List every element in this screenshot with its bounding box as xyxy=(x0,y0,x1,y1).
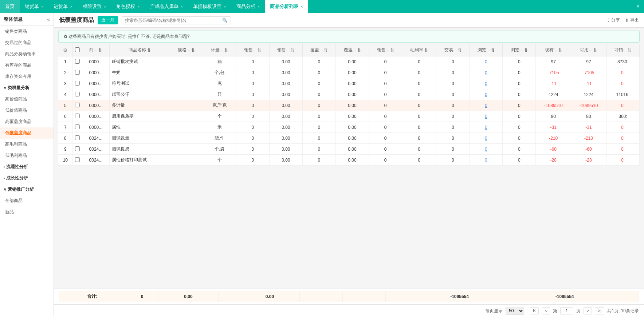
col-avail-stock-header[interactable]: 可用...⇅ xyxy=(571,44,606,56)
close-icon[interactable]: × xyxy=(70,4,72,9)
row-checkbox[interactable] xyxy=(72,100,82,111)
col-cov1-header[interactable]: 覆盖...⇅ xyxy=(302,44,335,56)
close-icon[interactable]: × xyxy=(104,4,106,9)
sidebar-item-high-value[interactable]: 高价值商品 xyxy=(0,94,54,105)
row-checkbox[interactable] xyxy=(72,111,82,122)
col-unit-header[interactable]: 计量...⇅ xyxy=(203,44,236,56)
row-checkbox[interactable] xyxy=(72,122,82,133)
nav-tab-template[interactable]: 单据模板设置 × xyxy=(188,0,231,13)
export-button[interactable]: ⬇ 导出 xyxy=(625,17,639,23)
row-checkbox[interactable] xyxy=(72,56,82,67)
row-name[interactable]: 属性价格打印测试 xyxy=(110,155,170,166)
select-all-checkbox[interactable] xyxy=(75,47,80,52)
col-settings[interactable]: ⚙ xyxy=(58,44,72,56)
sidebar-item-high-coverage[interactable]: 高覆盖度商品 xyxy=(0,116,54,127)
row-browse1[interactable]: 0 xyxy=(470,100,503,111)
page-number-input[interactable] xyxy=(560,307,573,314)
close-icon[interactable]: × xyxy=(181,4,183,9)
nav-tab-permission[interactable]: 权限设置 × xyxy=(78,0,111,13)
nav-tab-analysis-list[interactable]: 商品分析列表 × xyxy=(265,0,308,13)
col-code-header[interactable]: 商...⇅ xyxy=(82,44,109,56)
row-name[interactable]: 旺铺批次测试 xyxy=(110,56,170,67)
col-curr-stock-header[interactable]: 现有...⇅ xyxy=(536,44,571,56)
search-input[interactable] xyxy=(125,18,222,23)
row-unit: 箱 xyxy=(203,56,236,67)
sidebar-section-marketing[interactable]: ∨ 营销推广分析 xyxy=(0,184,54,195)
col-sellable-header[interactable]: 可销...⇅ xyxy=(606,44,639,56)
row-checkbox[interactable] xyxy=(72,144,82,155)
row-checkbox[interactable] xyxy=(72,133,82,144)
col-cov2-header[interactable]: 覆盖...⇅ xyxy=(335,44,369,56)
nav-tab-purchase[interactable]: 进货单 × xyxy=(48,0,77,13)
filter-period-button[interactable]: 近一月 xyxy=(98,16,118,24)
row-checkbox[interactable] xyxy=(72,89,82,100)
sidebar-item-in-stock[interactable]: 有库存的商品 xyxy=(0,60,54,71)
col-trade-header[interactable]: 交易...⇅ xyxy=(436,44,470,56)
col-name-header[interactable]: 商品名称⇅ xyxy=(110,44,170,56)
row-browse1[interactable]: 0 xyxy=(470,67,503,78)
row-browse1[interactable]: 0 xyxy=(470,133,503,144)
nav-tab-role[interactable]: 角色授权 × xyxy=(111,0,145,13)
row-browse1[interactable]: 0 xyxy=(470,155,503,166)
sidebar-item-capital[interactable]: 库存资金占用 xyxy=(0,71,54,82)
col-gross-rate-header[interactable]: 毛利率⇅ xyxy=(402,44,436,56)
close-all-button[interactable]: × xyxy=(636,3,640,10)
row-name[interactable]: 属性 xyxy=(110,122,170,133)
next-page-button[interactable]: > xyxy=(584,307,592,314)
row-num: 3 xyxy=(58,78,72,89)
row-name[interactable]: 多计量 xyxy=(110,100,170,111)
row-browse1[interactable]: 0 xyxy=(470,122,503,133)
search-icon[interactable]: 🔍 xyxy=(222,18,228,23)
row-name[interactable]: 眠宝公仔 xyxy=(110,89,170,100)
sidebar-item-low-margin[interactable]: 低毛利商品 xyxy=(0,150,54,161)
close-icon[interactable]: × xyxy=(137,4,140,9)
close-icon[interactable]: × xyxy=(258,4,260,9)
sidebar-section-flow[interactable]: › 流通性分析 xyxy=(0,161,54,173)
sidebar-item-low-coverage[interactable]: 低覆盖度商品 xyxy=(0,127,54,139)
nav-tab-home[interactable]: 首页 xyxy=(0,0,20,13)
col-spec-header[interactable]: 规格...⇅ xyxy=(170,44,203,56)
row-name[interactable]: 启用保质期 xyxy=(110,111,170,122)
row-name[interactable]: 测试数量 xyxy=(110,133,170,144)
first-page-button[interactable]: K xyxy=(530,307,539,314)
share-button[interactable]: ⤴ 分享 xyxy=(608,17,620,23)
sidebar-item-new-goods[interactable]: 新品 xyxy=(0,206,54,218)
nav-tab-finished[interactable]: 产成品入库单 × xyxy=(145,0,188,13)
close-icon[interactable]: × xyxy=(41,4,43,9)
sidebar-item-traded-goods[interactable]: 交易过的商品 xyxy=(0,37,54,48)
sidebar-item-category-rate[interactable]: 商品分类动销率 xyxy=(0,48,54,60)
row-checkbox[interactable] xyxy=(72,78,82,89)
col-sales-days-header[interactable]: 销售...⇅ xyxy=(369,44,402,56)
nav-tab-sales[interactable]: 销货单 × xyxy=(20,0,48,13)
row-name[interactable]: 牛奶 xyxy=(110,67,170,78)
sidebar-item-all-goods[interactable]: 全部商品 xyxy=(0,195,54,206)
sidebar-collapse-button[interactable]: « xyxy=(47,16,50,22)
row-browse1[interactable]: 0 xyxy=(470,78,503,89)
page-size-select[interactable]: 50 20 100 200 xyxy=(506,307,524,315)
close-icon[interactable]: × xyxy=(301,4,303,9)
sidebar-item-sales-goods[interactable]: 销售类商品 xyxy=(0,26,54,37)
row-browse1[interactable]: 0 xyxy=(470,89,503,100)
sidebar-item-low-value[interactable]: 低价值商品 xyxy=(0,105,54,116)
col-sales-amt-header[interactable]: 销售...⇅ xyxy=(269,44,302,56)
sidebar-item-high-margin[interactable]: 高毛利商品 xyxy=(0,139,54,150)
col-browse1-header[interactable]: 浏览...⇅ xyxy=(470,44,503,56)
col-sales-qty-header[interactable]: 销售...⇅ xyxy=(236,44,269,56)
prev-page-button[interactable]: < xyxy=(542,307,550,314)
row-browse1[interactable]: 0 xyxy=(470,144,503,155)
nav-tab-analysis[interactable]: 商品分析 × xyxy=(231,0,265,13)
row-checkbox[interactable] xyxy=(72,67,82,78)
last-page-button[interactable]: >| xyxy=(595,307,604,314)
sidebar-section-cluster[interactable]: ∨ 类群量分析 xyxy=(0,82,54,94)
search-box: 🔍 xyxy=(122,16,231,24)
row-name[interactable]: 测试提成 xyxy=(110,144,170,155)
row-browse1[interactable]: 0 xyxy=(470,111,503,122)
row-name[interactable]: 符号测试 xyxy=(110,78,170,89)
close-icon[interactable]: × xyxy=(224,4,226,9)
settings-icon[interactable]: ⚙ xyxy=(63,47,68,53)
row-checkbox[interactable] xyxy=(72,155,82,166)
sidebar-section-growth[interactable]: › 成长性分析 xyxy=(0,173,54,184)
row-browse1[interactable]: 0 xyxy=(470,56,503,67)
info-text: ✿ 这些商品只有很少客户购买过, 是推广不够, 还是商品本身问题? xyxy=(64,33,189,40)
col-browse2-header[interactable]: 浏览...⇅ xyxy=(503,44,536,56)
